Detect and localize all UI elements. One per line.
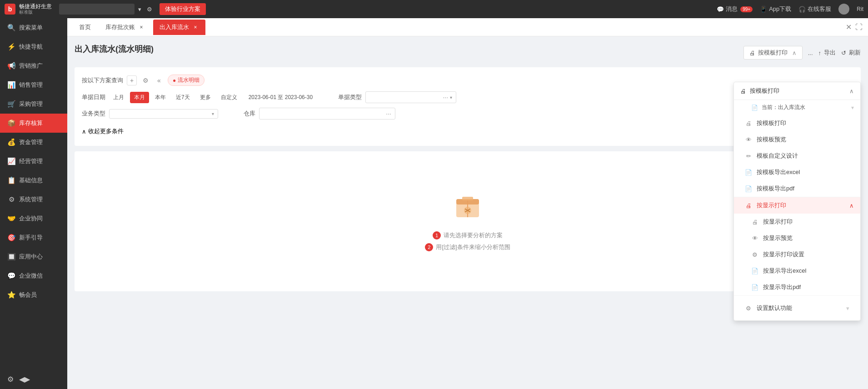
sidebar-item-marketing[interactable]: 📢 营销推广 xyxy=(0,56,67,75)
sidebar-item-app-center[interactable]: 🔲 应用中心 xyxy=(0,247,67,266)
sidebar-item-wecom[interactable]: 💬 企业微信 xyxy=(0,266,67,285)
dropdown-up-icon: ∧ xyxy=(849,88,854,95)
filter-gear-icon: ⚙ xyxy=(143,77,149,84)
sidebar-item-guide[interactable]: 🎯 新手引导 xyxy=(0,228,67,247)
sidebar-settings-icon[interactable]: ⚙ xyxy=(7,375,14,384)
tab-home-label: 首页 xyxy=(79,23,91,31)
app-download-item[interactable]: 📱 App下载 xyxy=(760,5,791,13)
template-preview-label: 按模板预览 xyxy=(757,135,786,144)
topbar-dropdown-icon[interactable]: ▾ xyxy=(138,6,141,13)
empty-hint-1: 1 请先选择要分析的方案 xyxy=(433,231,503,239)
tabbar: 首页 库存批次账 × 出入库流水 × ✕ ⛶ xyxy=(67,18,868,36)
date-tab-last-7-days[interactable]: 近7天 xyxy=(172,92,194,103)
doc-type-dots-icon: ··· xyxy=(443,94,448,101)
sidebar-item-search[interactable]: 🔍 搜索菜单 xyxy=(0,18,67,37)
print-template-button[interactable]: 🖨 按模板打印 ∧ xyxy=(743,46,803,60)
sidebar-collapse-icon[interactable]: ◀▶ xyxy=(19,375,30,384)
sidebar-item-quick-nav[interactable]: ⚡ 快捷导航 xyxy=(0,37,67,56)
dropdown-display-print[interactable]: 🖨 按显示打印 xyxy=(734,214,860,230)
display-preview-icon: 👁 xyxy=(751,234,758,242)
sidebar-item-label: 企业协同 xyxy=(19,214,43,223)
dropdown-display-excel[interactable]: 📄 按显示导出excel xyxy=(734,263,860,279)
topbar-search-input[interactable] xyxy=(59,4,135,15)
dropdown-template-print[interactable]: 🖨 按模板打印 xyxy=(734,115,860,131)
sidebar-item-purchase[interactable]: 🛒 采购管理 xyxy=(0,95,67,114)
dropdown-template-pdf[interactable]: 📄 按模板导出pdf xyxy=(734,180,860,197)
dropdown-collapse-button[interactable]: ∧ xyxy=(849,88,854,95)
display-section-label: 按显示打印 xyxy=(757,201,786,209)
display-section-arrow: ∧ xyxy=(849,202,854,209)
sidebar-item-system[interactable]: ⚙ 系统管理 xyxy=(0,190,67,209)
dropdown-display-section-header[interactable]: 🖨 按显示打印 ∧ xyxy=(734,197,860,214)
sidebar-item-label: 新手引导 xyxy=(19,234,43,242)
dropdown-footer: ⚙ 设置默认功能 ▾ xyxy=(734,296,860,320)
template-excel-label: 按模板导出excel xyxy=(757,168,800,176)
dropdown-default-settings[interactable]: ⚙ 设置默认功能 ▾ xyxy=(740,300,854,316)
export-button[interactable]: ↑ 导出 xyxy=(818,49,836,57)
topbar-gear-icon[interactable]: ⚙ xyxy=(147,6,152,13)
doc-type-select[interactable]: ··· ▾ xyxy=(365,91,456,103)
dropdown-header-label: 按模板打印 xyxy=(750,87,779,95)
sidebar-item-inventory[interactable]: 📦 库存核算 xyxy=(0,114,67,133)
filter-settings-button[interactable]: ⚙ xyxy=(140,75,150,85)
empty-hint-2-text: 用[过滤]条件来缩小分析范围 xyxy=(436,243,510,251)
current-template-arrow: ▾ xyxy=(851,105,854,111)
date-tab-prev-month[interactable]: 上月 xyxy=(109,92,128,103)
display-preview-label: 按显示预览 xyxy=(763,234,793,242)
tab-batch-ledger-close[interactable]: × xyxy=(138,24,145,31)
filter-tag[interactable]: ● 流水明细 xyxy=(168,75,205,86)
sidebar-item-label: 库存核算 xyxy=(19,119,43,127)
refresh-button[interactable]: ↺ 刷新 xyxy=(841,49,861,57)
date-tab-more[interactable]: 更多 xyxy=(196,92,215,103)
doc-type-arrow-icon: ▾ xyxy=(450,95,452,100)
user-avatar[interactable] xyxy=(838,4,849,15)
biz-type-select[interactable]: ▾ xyxy=(109,109,218,119)
topbar-version: 标准版 xyxy=(19,10,52,15)
empty-hint-2: 2 用[过滤]条件来缩小分析范围 xyxy=(425,243,510,251)
display-section-icon: 🖨 xyxy=(745,202,752,209)
dropdown-template-preview[interactable]: 👁 按模板预览 xyxy=(734,131,860,148)
tab-batch-ledger[interactable]: 库存批次账 × xyxy=(99,20,151,35)
template-preview-icon: 👁 xyxy=(745,136,752,143)
date-tab-custom[interactable]: 自定义 xyxy=(217,92,241,103)
customer-service-item[interactable]: 🎧 在线客服 xyxy=(798,5,831,13)
dropdown-current-template: 📄 当前：出入库流水 ▾ xyxy=(734,100,860,115)
sidebar-item-finance[interactable]: 💰 资金管理 xyxy=(0,133,67,152)
dropdown-template-excel[interactable]: 📄 按模板导出excel xyxy=(734,164,860,180)
message-item[interactable]: 💬 消息 99+ xyxy=(717,5,753,13)
main-layout: 🔍 搜索菜单 ⚡ 快捷导航 📢 营销推广 📊 销售管理 🛒 采购管理 📦 xyxy=(0,18,868,389)
export-label: 导出 xyxy=(824,49,836,57)
tabbar-close-all-icon[interactable]: ✕ xyxy=(846,23,852,31)
dropdown-template-custom[interactable]: ✏ 模板自定义设计 xyxy=(734,148,860,164)
warehouse-select[interactable]: ··· xyxy=(259,108,395,120)
biz-type-field: 业务类型 ▾ xyxy=(82,109,218,119)
tab-inout-flow[interactable]: 出入库流水 × xyxy=(153,20,205,35)
dropdown-display-settings[interactable]: ⚙ 按显示打印设置 xyxy=(734,246,860,263)
sidebar-item-vip[interactable]: ⭐ 畅会员 xyxy=(0,285,67,304)
sidebar-item-label: 销售管理 xyxy=(19,81,43,89)
display-settings-label: 按显示打印设置 xyxy=(763,250,804,259)
tab-home[interactable]: 首页 xyxy=(73,20,97,35)
sidebar-item-basic-info[interactable]: 📋 基础信息 xyxy=(0,171,67,190)
sidebar-item-sales[interactable]: 📊 销售管理 xyxy=(0,75,67,95)
dropdown-display-preview[interactable]: 👁 按显示预览 xyxy=(734,230,860,246)
topbar-brand: 畅捷通好生意 xyxy=(19,3,52,10)
tab-inout-flow-close[interactable]: × xyxy=(192,24,199,31)
sidebar-item-enterprise[interactable]: 🤝 企业协同 xyxy=(0,209,67,228)
display-excel-icon: 📄 xyxy=(751,267,758,274)
date-field-label: 单据日期 xyxy=(82,93,105,101)
template-custom-label: 模板自定义设计 xyxy=(757,152,798,160)
app-icon: 📱 xyxy=(760,6,767,13)
more-icon-btn[interactable]: ... xyxy=(808,50,813,56)
filter-add-button[interactable]: + xyxy=(127,75,137,85)
dropdown-display-pdf[interactable]: 📄 按显示导出pdf xyxy=(734,279,860,295)
filter-collapse-button[interactable]: « xyxy=(154,75,164,85)
biz-type-arrow-icon: ▾ xyxy=(212,111,214,116)
sidebar-item-operations[interactable]: 📈 经营管理 xyxy=(0,152,67,171)
collapse-link[interactable]: ∧ 收起更多条件 xyxy=(82,127,124,135)
date-tab-current-year[interactable]: 本年 xyxy=(151,92,170,103)
trial-button[interactable]: 体验行业方案 xyxy=(160,3,206,15)
tabbar-expand-icon[interactable]: ⛶ xyxy=(855,23,863,31)
date-tab-current-month[interactable]: 本月 xyxy=(130,92,149,103)
headset-icon: 🎧 xyxy=(798,6,806,13)
